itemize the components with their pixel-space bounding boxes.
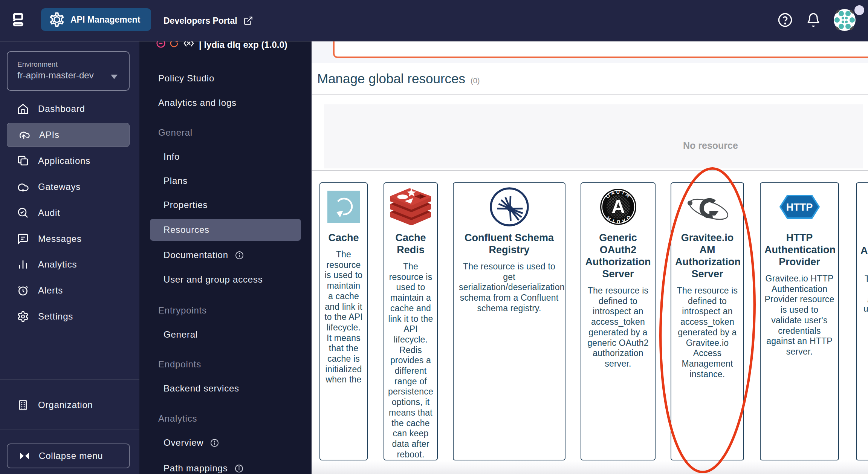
svg-text:A: A xyxy=(611,196,625,217)
svg-text:HTTP: HTTP xyxy=(786,202,813,213)
